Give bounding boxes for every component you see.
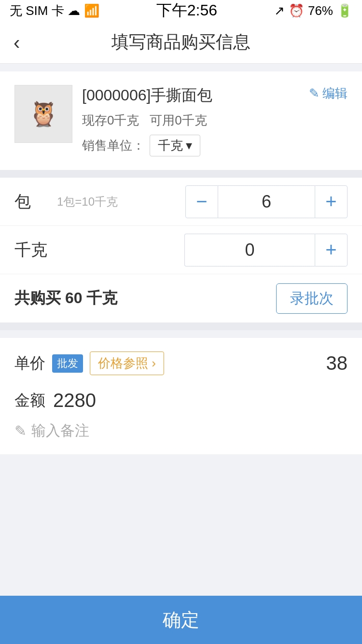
- total-text: 共购买 60 千克: [14, 288, 117, 309]
- divider-1: [0, 170, 362, 178]
- price-reference-button[interactable]: 价格参照 ›: [90, 351, 164, 375]
- edit-icon: ✎: [309, 86, 320, 101]
- bag-hint: 1包=10千克: [53, 194, 185, 210]
- wifi-icon: 📶: [84, 3, 99, 18]
- product-logo-icon: 🦉: [28, 100, 58, 128]
- quantity-section: 包 1包=10千克 − + 千克 +: [0, 178, 362, 274]
- batch-button[interactable]: 录批次: [276, 283, 348, 314]
- bag-quantity-control: − +: [185, 185, 348, 218]
- note-icon: ✎: [14, 422, 27, 439]
- no-sim-text: 无 SIM 卡 ☁: [10, 2, 80, 19]
- bag-label: 包: [14, 191, 53, 213]
- price-label: 单价: [14, 353, 45, 374]
- kg-quantity-control: +: [184, 234, 348, 266]
- amount-value: 2280: [53, 390, 96, 411]
- product-card: 🦉 [0000006]手撕面包 现存0千克 可用0千克 销售单位： 千克 ▾ ✎…: [0, 71, 362, 170]
- product-image: 🦉: [14, 85, 72, 143]
- bag-plus-button[interactable]: +: [315, 185, 348, 218]
- kg-plus-button[interactable]: +: [315, 234, 348, 266]
- kg-quantity-row: 千克 +: [0, 226, 362, 274]
- unit-select[interactable]: 千克 ▾: [150, 135, 200, 156]
- note-input[interactable]: 输入备注: [31, 421, 89, 441]
- bag-quantity-row: 包 1包=10千克 − +: [0, 178, 362, 226]
- amount-label: 金额: [14, 390, 45, 411]
- price-left: 单价 批发 价格参照 ›: [14, 351, 164, 375]
- back-button[interactable]: ‹: [14, 33, 20, 52]
- bottom-padding: [0, 454, 362, 503]
- divider-2: [0, 322, 362, 330]
- bag-quantity-input[interactable]: [218, 185, 315, 218]
- unit-value: 千克: [158, 137, 183, 154]
- confirm-button[interactable]: 确定: [0, 596, 362, 644]
- price-section: 单价 批发 价格参照 › 38 金额 2280 ✎ 输入备注: [0, 338, 362, 454]
- price-row: 单价 批发 价格参照 › 38: [14, 351, 348, 375]
- unit-label: 销售单位：: [82, 137, 145, 154]
- price-type-tag: 批发: [52, 354, 83, 373]
- total-row: 共购买 60 千克 录批次: [0, 274, 362, 322]
- page-header: ‹ 填写商品购买信息: [0, 21, 362, 64]
- product-code: [0000006]: [82, 86, 151, 104]
- edit-button[interactable]: ✎ 编辑: [309, 85, 348, 102]
- kg-quantity-input[interactable]: [184, 234, 315, 266]
- product-unit-row: 销售单位： 千克 ▾: [82, 135, 348, 156]
- stock-text: 现存0千克: [82, 113, 139, 127]
- alarm-icon: ⏰: [289, 3, 304, 18]
- note-row[interactable]: ✎ 输入备注: [14, 421, 348, 441]
- total-amount-val: 60: [65, 289, 83, 307]
- product-info: [0000006]手撕面包 现存0千克 可用0千克 销售单位： 千克 ▾: [82, 85, 348, 156]
- battery-text: 76%: [308, 3, 333, 18]
- status-left: 无 SIM 卡 ☁ 📶: [10, 2, 99, 19]
- status-right: ↗ ⏰ 76% 🔋: [274, 3, 352, 18]
- bag-minus-button[interactable]: −: [185, 185, 218, 218]
- total-unit-val: 千克: [86, 289, 117, 307]
- total-prefix: 共购买: [14, 289, 61, 307]
- kg-label: 千克: [14, 239, 53, 261]
- edit-label: 编辑: [322, 85, 348, 102]
- page-title: 填写商品购买信息: [111, 30, 251, 54]
- price-value: 38: [326, 352, 348, 374]
- amount-row: 金额 2280: [14, 390, 348, 411]
- battery-icon: 🔋: [337, 3, 352, 18]
- product-stock: 现存0千克 可用0千克: [82, 112, 348, 129]
- location-icon: ↗: [274, 3, 285, 18]
- status-bar: 无 SIM 卡 ☁ 📶 下午2:56 ↗ ⏰ 76% 🔋: [0, 0, 362, 21]
- dropdown-icon: ▾: [186, 138, 192, 153]
- product-name: [0000006]手撕面包: [82, 85, 348, 106]
- status-time: 下午2:56: [156, 0, 217, 21]
- available-text: 可用0千克: [150, 113, 207, 127]
- product-title: 手撕面包: [151, 86, 212, 104]
